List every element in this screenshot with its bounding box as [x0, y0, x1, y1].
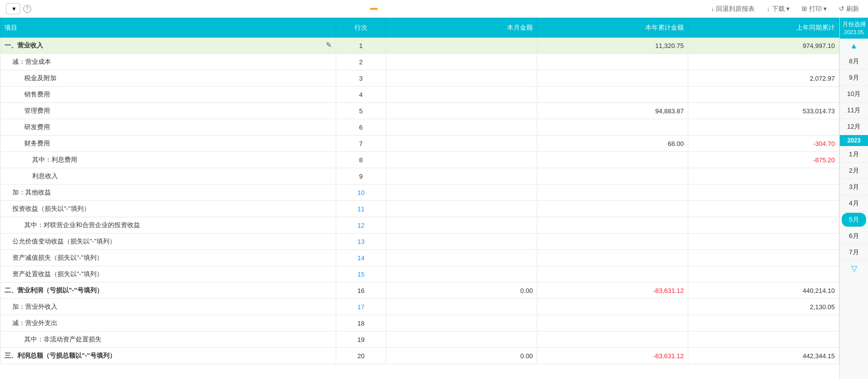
cell-year — [537, 54, 688, 70]
cell-prev — [688, 168, 839, 185]
cell-year — [537, 119, 688, 136]
edit-icon[interactable]: ✎ — [326, 41, 332, 49]
cell-month — [386, 38, 537, 54]
item-label: 税金及附加 — [24, 74, 56, 82]
cell-prev — [688, 119, 839, 136]
table-row: 三、利润总额（亏损总额以"-"号填列）200.00-83,631.12442,3… — [0, 348, 839, 364]
cell-item: 三、利润总额（亏损总额以"-"号填列） — [0, 348, 336, 364]
sidebar-month-item[interactable]: 1月 — [840, 146, 868, 163]
cell-year — [537, 266, 688, 283]
chevron-down-icon: ▾ — [12, 5, 16, 12]
item-label: 三、利润总额（亏损总额以"-"号填列） — [4, 352, 116, 359]
sidebar-month-item[interactable]: 9月 — [840, 70, 868, 86]
table-row: 二、营业利润（亏损以"-"号填列）160.00-83,631.12440,214… — [0, 283, 839, 299]
sidebar-month-item[interactable]: 12月 — [840, 119, 868, 135]
income-table: 项目 行次 本月金额 本年累计金额 上年同期累计 一、营业收入✎111,320.… — [0, 18, 839, 364]
item-label: 加：其他收益 — [12, 189, 51, 196]
sidebar-title: 月份选择 2023.05 — [840, 18, 868, 39]
nav-up-arrow[interactable]: ▲ — [840, 39, 868, 53]
cell-item: 二、营业利润（亏损以"-"号填列） — [0, 283, 336, 299]
table-row: 资产处置收益（损失以"-"填列）15 — [0, 266, 839, 283]
cell-row-num: 5 — [336, 103, 386, 119]
cell-item: 资产处置收益（损失以"-"填列） — [0, 266, 336, 283]
item-label: 投资收益（损失以"-"填列） — [12, 205, 90, 212]
cell-prev: 2,072.97 — [688, 70, 839, 87]
cell-item: 财务费用 — [0, 136, 336, 152]
cell-row-num[interactable]: 10 — [336, 185, 386, 201]
sidebar-month-item[interactable]: 10月 — [840, 86, 868, 102]
return-button[interactable]: ↓ 回退到原报表 — [708, 3, 758, 15]
download-button[interactable]: ↓ 下载 ▾ — [764, 3, 793, 15]
table-row: 一、营业收入✎111,320.75974,997.10 — [0, 38, 839, 54]
sidebar-month-item[interactable]: 6月 — [840, 228, 868, 244]
cell-row-num: 3 — [336, 70, 386, 87]
cell-row-num[interactable]: 17 — [336, 299, 386, 315]
cell-month — [386, 119, 537, 136]
sidebar-month-item[interactable]: 2月 — [840, 163, 868, 179]
cell-prev: 974,997.10 — [688, 38, 839, 54]
cell-prev — [688, 266, 839, 283]
table-row: 税金及附加32,072.97 — [0, 70, 839, 87]
cell-month — [386, 299, 537, 315]
cell-year: -83,631.12 — [537, 283, 688, 299]
cell-item: 资产减值损失（损失以"-"填列） — [0, 250, 336, 266]
cell-prev — [688, 201, 839, 217]
nav-down-arrow[interactable]: ▽ — [840, 261, 868, 276]
table-row: 减：营业成本2 — [0, 54, 839, 70]
table-row: 减：营业外支出18 — [0, 315, 839, 332]
item-label: 资产处置收益（损失以"-"填列） — [12, 270, 103, 278]
sidebar-month-item[interactable]: 7月 — [840, 244, 868, 261]
status-badge[interactable] — [370, 8, 378, 10]
print-button[interactable]: ⊞ 打印 ▾ — [799, 3, 830, 15]
cell-prev — [688, 250, 839, 266]
cell-prev: 440,214.10 — [688, 283, 839, 299]
cell-prev — [688, 185, 839, 201]
cell-row-num[interactable]: 11 — [336, 201, 386, 217]
cell-year: -83,631.12 — [537, 348, 688, 364]
cell-row-num[interactable]: 12 — [336, 217, 386, 234]
cell-row-num: 9 — [336, 168, 386, 185]
cell-item: 其中：对联营企业和合营企业的投资收益 — [0, 217, 336, 234]
cell-prev: -875.20 — [688, 152, 839, 168]
cell-row-num[interactable]: 14 — [336, 250, 386, 266]
refresh-button[interactable]: ↺ 刷新 — [836, 3, 862, 15]
cell-year — [537, 299, 688, 315]
cell-item: 研发费用 — [0, 119, 336, 136]
cell-month — [386, 234, 537, 250]
header-item: 项目 — [0, 18, 336, 38]
cell-year — [537, 332, 688, 348]
sidebar-month-item[interactable]: 5月 — [842, 213, 866, 227]
cell-year — [537, 185, 688, 201]
table-row: 加：营业外收入172,130.05 — [0, 299, 839, 315]
item-label: 其中：利息费用 — [32, 156, 77, 163]
cell-row-num: 4 — [336, 87, 386, 103]
cell-month — [386, 201, 537, 217]
item-label: 管理费用 — [24, 107, 50, 114]
table-row: 财务费用768.00-304.70 — [0, 136, 839, 152]
cell-row-num: 18 — [336, 315, 386, 332]
sidebar-month-item[interactable]: 11月 — [840, 102, 868, 119]
cell-item: 销售费用 — [0, 87, 336, 103]
table-row: 研发费用6 — [0, 119, 839, 136]
cell-prev: 533,014.73 — [688, 103, 839, 119]
sidebar-month-item[interactable]: 3月 — [840, 179, 868, 195]
help-icon[interactable]: ? — [23, 5, 31, 13]
cell-row-num[interactable]: 15 — [336, 266, 386, 283]
item-label: 利息收入 — [32, 172, 58, 180]
cell-month — [386, 136, 537, 152]
sidebar-month-item[interactable]: 4月 — [840, 195, 868, 212]
cell-row-num[interactable]: 13 — [336, 234, 386, 250]
scope-dropdown[interactable]: ▾ — [6, 3, 20, 14]
item-label: 财务费用 — [24, 140, 50, 147]
cell-month — [386, 87, 537, 103]
table-row: 销售费用4 — [0, 87, 839, 103]
cell-item: 加：其他收益 — [0, 185, 336, 201]
cell-prev: 442,344.15 — [688, 348, 839, 364]
cell-month: 0.00 — [386, 283, 537, 299]
cell-year: 68.00 — [537, 136, 688, 152]
table-area: 项目 行次 本月金额 本年累计金额 上年同期累计 一、营业收入✎111,320.… — [0, 18, 839, 379]
sidebar-month-item[interactable]: 8月 — [840, 53, 868, 70]
cell-item: 其中：利息费用 — [0, 152, 336, 168]
cell-prev — [688, 315, 839, 332]
header-year: 本年累计金额 — [537, 18, 688, 38]
